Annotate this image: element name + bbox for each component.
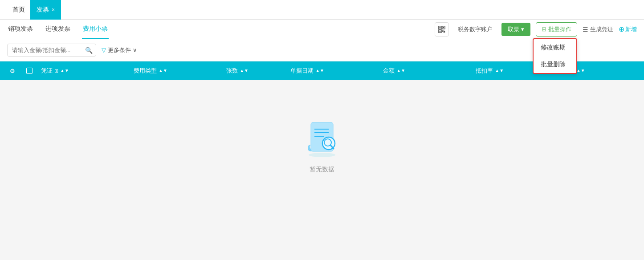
- svg-point-10: [309, 153, 335, 157]
- top-nav: 首页 发票 ×: [0, 0, 644, 20]
- count-sort-icon: ▲▼: [240, 69, 249, 73]
- svg-rect-5: [440, 30, 441, 32]
- amount-sort-icon: ▲▼: [396, 69, 405, 73]
- batch-op-wrap: ⊞ 批量操作 修改账期 批量删除: [536, 22, 577, 37]
- invoice-tab-label: 发票: [37, 6, 49, 14]
- th-count[interactable]: 张数 ▲▼: [223, 67, 287, 75]
- svg-rect-8: [442, 31, 443, 32]
- generate-voucher-icon: ☰: [583, 26, 588, 33]
- qrcode-icon: [438, 25, 446, 33]
- qrcode-button[interactable]: [435, 22, 449, 37]
- more-filter-label: 更多条件: [108, 46, 131, 54]
- search-icon: 🔍: [85, 47, 93, 54]
- voucher-filter-icon: ⊞: [54, 68, 58, 74]
- batch-op-button[interactable]: ⊞ 批量操作: [536, 22, 577, 37]
- filter-icon: ▽: [102, 47, 106, 53]
- sub-tabs-left: 销项发票 进项发票 费用小票: [7, 20, 109, 39]
- add-button[interactable]: ⊕ 新增: [619, 25, 637, 33]
- th-expense[interactable]: 费用类型 ▲▼: [130, 67, 223, 75]
- header-checkbox[interactable]: [26, 68, 33, 74]
- th-amount[interactable]: 金额 ▲▼: [379, 67, 472, 75]
- svg-rect-7: [444, 29, 444, 30]
- th-date[interactable]: 单据日期 ▲▼: [287, 67, 379, 75]
- home-tab[interactable]: 首页: [7, 0, 30, 20]
- dropdown-batch-delete[interactable]: 批量删除: [534, 56, 576, 73]
- generate-voucher-button[interactable]: ☰ 生成凭证: [583, 25, 613, 33]
- batch-dropdown-menu: 修改账期 批量删除: [533, 38, 577, 74]
- svg-rect-6: [442, 29, 443, 30]
- toolbar-right: 税务数字账户 取票 ▾ ⊞ 批量操作 修改账期 批量删除: [435, 22, 637, 37]
- svg-rect-3: [443, 27, 444, 28]
- search-input[interactable]: [7, 44, 96, 57]
- voucher-sort-icon: ▲▼: [60, 69, 69, 73]
- fetch-ticket-label: 取票: [508, 25, 519, 33]
- th-settings[interactable]: ⚙: [4, 68, 21, 74]
- tab-purchase-invoice[interactable]: 进项发票: [45, 20, 71, 39]
- add-icon: ⊕: [619, 25, 624, 33]
- tax-digital-account-button[interactable]: 税务数字账户: [454, 25, 496, 33]
- fetch-ticket-button[interactable]: 取票 ▾: [501, 23, 530, 36]
- th-voucher[interactable]: 凭证 ⊞ ▲▼: [37, 67, 130, 75]
- empty-icon: [300, 116, 344, 160]
- more-filter-arrow: ∨: [133, 47, 137, 53]
- more-filter-button[interactable]: ▽ 更多条件 ∨: [102, 46, 137, 54]
- date-sort-icon: ▲▼: [315, 69, 324, 73]
- generate-voucher-label: 生成凭证: [590, 25, 613, 33]
- rate-sort-icon: ▲▼: [495, 69, 504, 73]
- fetch-ticket-arrow: ▾: [521, 26, 524, 32]
- deduct-sort-icon: ▲▼: [576, 69, 585, 73]
- svg-rect-1: [440, 27, 441, 28]
- sub-tabs-bar: 销项发票 进项发票 费用小票 税务数字账户: [0, 20, 644, 39]
- th-check[interactable]: [21, 68, 37, 74]
- batch-op-label: 批量操作: [548, 25, 571, 33]
- invoice-tab[interactable]: 发票 ×: [30, 0, 61, 20]
- add-label: 新增: [625, 25, 637, 33]
- expense-sort-icon: ▲▼: [159, 69, 167, 73]
- batch-op-icon: ⊞: [542, 26, 546, 32]
- settings-icon: ⚙: [10, 68, 15, 74]
- svg-rect-9: [444, 31, 445, 32]
- tax-digital-account-label: 税务数字账户: [458, 25, 493, 33]
- empty-text: 暂无数据: [310, 166, 334, 174]
- tab-expense-receipt[interactable]: 费用小票: [82, 20, 109, 39]
- invoice-tab-close[interactable]: ×: [52, 7, 55, 13]
- empty-state: 暂无数据: [0, 80, 644, 191]
- search-wrap: 🔍: [7, 44, 96, 57]
- dropdown-modify-period[interactable]: 修改账期: [534, 39, 576, 56]
- tab-sales-invoice[interactable]: 销项发票: [7, 20, 34, 39]
